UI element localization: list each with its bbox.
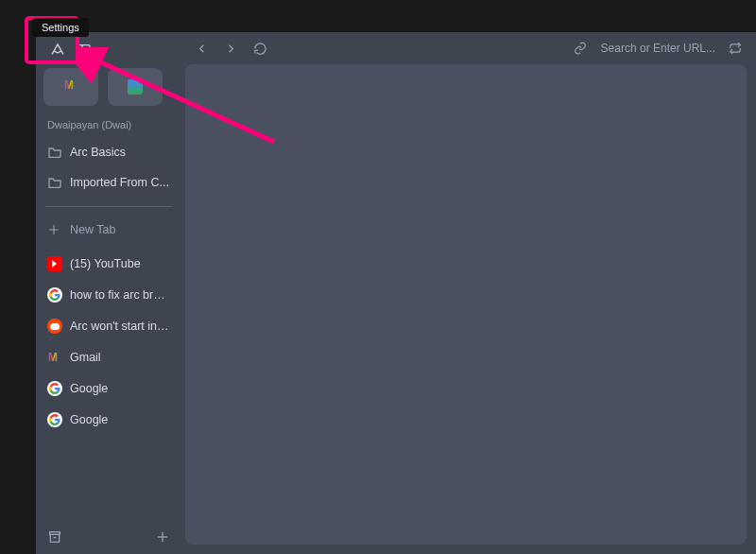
new-tab-label: New Tab [70,223,115,236]
youtube-icon [47,256,62,271]
divider [45,206,172,207]
google-icon [47,287,62,303]
tab-label: how to fix arc brows... [70,288,170,302]
new-tab-bottom-icon[interactable] [155,529,170,545]
pinned-tile[interactable] [43,68,98,106]
toolbar: Search or Enter URL... [181,32,756,64]
back-icon[interactable] [195,42,209,56]
gdoc-icon [128,79,143,95]
folder-icon [47,175,62,190]
sidebar-toggle-icon[interactable] [76,42,93,59]
forward-icon[interactable] [224,42,238,56]
sidebar: Dwaipayan (Dwai) Arc Basics Imported Fro… [36,32,181,554]
tab-label: Google [70,413,108,426]
folder-item[interactable]: Arc Basics [43,138,174,166]
link-icon[interactable] [574,42,588,56]
plus-icon [47,223,60,236]
profile-name[interactable]: Dwaipayan (Dwai) [43,119,174,130]
tab-item[interactable]: how to fix arc brows... [43,280,174,310]
arc-menu-icon[interactable] [49,42,66,59]
tab-label: (15) YouTube [70,257,141,270]
tab-item[interactable]: Arc won't start in Wi... [43,311,174,341]
reddit-icon [47,319,62,334]
tab-item[interactable]: Google [43,373,174,404]
main-area: Search or Enter URL... [181,32,756,554]
sync-icon[interactable] [729,42,743,56]
folder-label: Imported From C... [70,176,169,189]
tab-item[interactable]: (15) YouTube [43,249,174,279]
folder-label: Arc Basics [70,146,126,159]
folder-item[interactable]: Imported From C... [43,168,174,197]
nav-controls [195,42,267,56]
sidebar-bottom [43,526,174,546]
url-bar[interactable]: Search or Enter URL... [601,42,715,55]
svg-rect-5 [50,532,60,535]
tab-label: Google [70,382,108,395]
svg-rect-1 [78,45,90,56]
tab-list: (15) YouTube how to fix arc brows... Arc… [43,249,174,435]
google-icon [47,412,62,427]
settings-tooltip: Settings [32,18,89,37]
browser-window: Dwaipayan (Dwai) Arc Basics Imported Fro… [36,32,756,554]
pinned-tile[interactable] [108,68,163,106]
new-tab-button[interactable]: New Tab [43,216,174,243]
gmail-icon [47,350,62,365]
folder-icon [47,145,62,160]
pinned-tiles [43,68,174,106]
folder-list: Arc Basics Imported From C... [43,138,174,197]
page-content [185,64,747,545]
google-icon [47,381,62,396]
tab-label: Arc won't start in Wi... [70,320,170,333]
sidebar-top-icons [43,38,174,62]
tab-item[interactable]: Gmail [43,342,174,372]
tab-label: Gmail [70,351,101,364]
tab-item[interactable]: Google [43,405,174,435]
gmail-icon [63,79,78,95]
archive-icon[interactable] [47,529,62,545]
reload-icon[interactable] [253,42,267,56]
